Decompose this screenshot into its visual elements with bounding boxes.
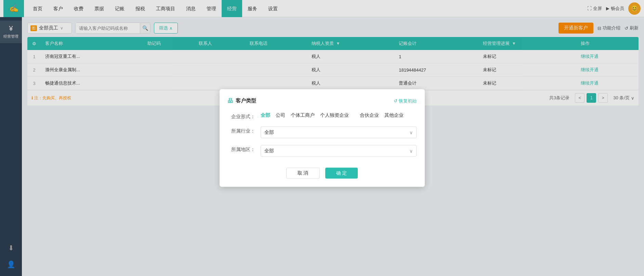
opt-all[interactable]: 全部 [261, 112, 270, 118]
modal-footer: 取 消 确 定 [228, 168, 417, 179]
industry-form-row: 所属行业： 全部 ∨ [228, 127, 417, 138]
industry-label: 所属行业： [228, 127, 255, 134]
restore-label: 恢复初始 [399, 98, 417, 104]
opt-partnership[interactable]: 合伙企业 [360, 112, 379, 118]
cancel-button[interactable]: 取 消 [286, 168, 320, 179]
modal-title-text: 客户类型 [236, 98, 256, 104]
opt-sole[interactable]: 个人独资企业 [320, 112, 349, 118]
restore-icon: ↺ [394, 98, 397, 103]
region-select-wrap: 全部 ∨ [261, 145, 417, 157]
opt-other[interactable]: 其他企业 [384, 112, 404, 118]
region-form-row: 所属地区： 全部 ∨ [228, 145, 417, 157]
chevron-down-icon: ∨ [409, 148, 413, 154]
customer-type-icon: 品 [228, 98, 233, 104]
enterprise-form-label: 企业形式： [228, 112, 255, 120]
restore-button[interactable]: ↺ 恢复初始 [394, 98, 417, 104]
region-label: 所属地区： [228, 145, 255, 153]
modal-title: 品 客户类型 [228, 98, 256, 104]
chevron-down-icon: ∨ [409, 130, 413, 135]
region-select[interactable]: 全部 ∨ [261, 145, 417, 157]
confirm-button[interactable]: 确 定 [325, 168, 358, 179]
industry-select-wrap: 全部 ∨ [261, 127, 417, 138]
filter-modal: 品 客户类型 ↺ 恢复初始 企业形式： 全部 公司 个体工商户 个人独资企业 合… [220, 89, 425, 187]
industry-select[interactable]: 全部 ∨ [261, 127, 417, 138]
modal-header: 品 客户类型 ↺ 恢复初始 [228, 98, 417, 104]
enterprise-form-row: 企业形式： 全部 公司 个体工商户 个人独资企业 合伙企业 其他企业 [228, 112, 417, 120]
region-value: 全部 [264, 148, 274, 154]
opt-company[interactable]: 公司 [276, 112, 285, 118]
enterprise-form-options: 全部 公司 个体工商户 个人独资企业 合伙企业 其他企业 [261, 112, 404, 118]
opt-individual[interactable]: 个体工商户 [291, 112, 315, 118]
industry-value: 全部 [264, 129, 274, 136]
